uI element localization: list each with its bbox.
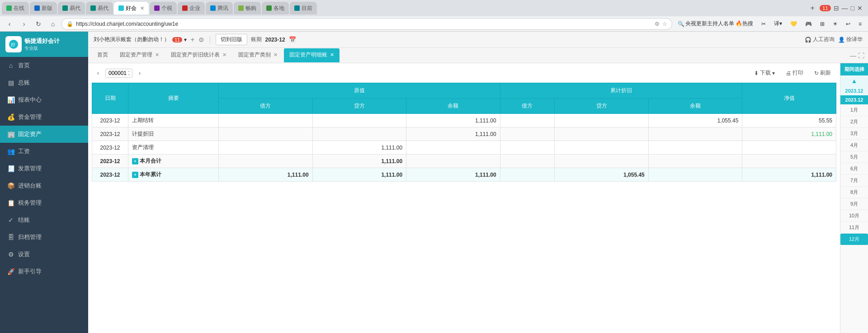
extensions-count[interactable]: 11 bbox=[820, 5, 830, 11]
period-month-8月[interactable]: 8月 bbox=[840, 187, 868, 198]
menu-btn[interactable]: ≡ bbox=[856, 20, 864, 28]
page-tab-fixed-assets-detail[interactable]: 固定资产明细账✕ bbox=[284, 48, 340, 62]
headset-icon: 🎧 bbox=[805, 37, 811, 43]
tab-strip-icon[interactable]: ⊟ bbox=[834, 5, 839, 12]
account-selector[interactable]: 刘小艳演示账套（勿删勿动！） 11 ▾ bbox=[94, 36, 187, 43]
support-btn[interactable]: 🎧 人工咨询 bbox=[805, 36, 835, 43]
period-month-5月[interactable]: 5月 bbox=[840, 151, 868, 163]
sidebar-item-home[interactable]: ⌂首页 bbox=[0, 57, 88, 74]
sidebar-item-settle[interactable]: ✓结账 bbox=[0, 211, 88, 229]
browser-tab-tab11[interactable]: 目前 bbox=[290, 2, 317, 14]
sidebar-item-invoice[interactable]: 🧾发票管理 bbox=[0, 160, 88, 177]
sidebar-item-guide[interactable]: 🚀新手引导 bbox=[0, 263, 88, 280]
close-window-button[interactable]: ✕ bbox=[857, 5, 863, 12]
settings-icon[interactable]: ⚙ bbox=[198, 36, 204, 43]
sidebar-item-fund[interactable]: 💰资金管理 bbox=[0, 108, 88, 126]
sidebar-item-stock[interactable]: 📦进销台账 bbox=[0, 177, 88, 194]
new-tab-button[interactable]: + bbox=[806, 2, 819, 14]
translate-btn[interactable]: 译▾ bbox=[771, 19, 785, 28]
bookmark-icon[interactable]: ☆ bbox=[662, 21, 667, 27]
download-btn[interactable]: ⬇ 下载 ▾ bbox=[750, 68, 778, 78]
calendar-icon[interactable]: 📅 bbox=[289, 36, 296, 43]
page-tab-fixed-assets-depreciation[interactable]: 固定资产折旧统计表✕ bbox=[165, 48, 232, 62]
sidebar-icon-ledger: ▤ bbox=[7, 79, 14, 86]
home-nav-button[interactable]: ⌂ bbox=[47, 18, 59, 30]
cell-accum-debit-0 bbox=[500, 114, 555, 127]
sidebar-item-tax[interactable]: 📋税务管理 bbox=[0, 194, 88, 211]
reload-button[interactable]: ↻ bbox=[33, 18, 44, 30]
print-btn[interactable]: 🖨 打印 bbox=[782, 68, 807, 78]
page-number-input[interactable] bbox=[105, 69, 132, 78]
add-account-btn[interactable]: + bbox=[190, 36, 194, 44]
brightness-btn[interactable]: ☀ bbox=[830, 20, 840, 28]
user-btn[interactable]: 👤 徐译华 bbox=[838, 36, 863, 43]
browser-tab-tab10[interactable]: 各地 bbox=[262, 2, 289, 14]
account-dropdown-icon[interactable]: ▾ bbox=[184, 37, 187, 43]
forward-button[interactable]: › bbox=[18, 18, 30, 30]
page-tab-home[interactable]: 首页 bbox=[92, 48, 113, 62]
period-month-6月[interactable]: 6月 bbox=[840, 163, 868, 175]
switch-version-btn[interactable]: 切到旧版 bbox=[216, 34, 247, 45]
period-scroll-up[interactable]: ▲ bbox=[840, 75, 868, 86]
sidebar-item-ledger[interactable]: ▤总账 bbox=[0, 74, 88, 91]
refresh-icon: ↻ bbox=[814, 70, 819, 76]
browser-tab-tab5[interactable]: 好会✕ bbox=[114, 2, 149, 14]
gamepad-btn[interactable]: 🎮 bbox=[802, 20, 815, 28]
th-original-debit: 借方 bbox=[219, 98, 313, 114]
period-month-2月[interactable]: 2月 bbox=[840, 116, 868, 128]
browser-tab-tab3[interactable]: 易代 bbox=[58, 2, 85, 14]
browser-tab-tab2[interactable]: 新版 bbox=[30, 2, 57, 14]
browser-tab-tab7[interactable]: 企业 bbox=[178, 2, 205, 14]
refresh-btn[interactable]: ↻ 刷新 bbox=[811, 68, 835, 78]
browser-tab-tab4[interactable]: 易代 bbox=[86, 2, 113, 14]
search-bar[interactable]: 🔍 央视更新主持人名单 🔥热搜 bbox=[675, 19, 756, 28]
wallet-btn[interactable]: 💛 bbox=[788, 20, 800, 28]
prev-page-btn[interactable]: ‹ bbox=[94, 69, 103, 78]
sidebar-item-archive[interactable]: 🗄归档管理 bbox=[0, 229, 88, 246]
minimize-panel-btn[interactable]: — bbox=[850, 52, 856, 59]
maximize-button[interactable]: □ bbox=[851, 5, 854, 12]
period-month-1月[interactable]: 1月 bbox=[840, 104, 868, 116]
table-row: 2023-12 计提折旧 1,111.00 1,111.00 bbox=[92, 127, 836, 141]
row-icon: + bbox=[132, 158, 138, 164]
th-original-value: 原值 bbox=[219, 83, 500, 98]
address-box[interactable]: 🔒 https://cloud.chanjet.com/accounting/u… bbox=[61, 18, 672, 30]
sidebar-item-salary[interactable]: 👥工资 bbox=[0, 143, 88, 160]
th-date: 日期 bbox=[92, 83, 128, 114]
period-month-3月[interactable]: 3月 bbox=[840, 128, 868, 140]
page-tab-close-fixed-assets-detail[interactable]: ✕ bbox=[330, 52, 334, 58]
back-button[interactable]: ‹ bbox=[4, 18, 15, 30]
cell-accum-balance-0: 1,055.45 bbox=[648, 114, 742, 127]
page-tab-fixed-assets-category[interactable]: 固定资产类别✕ bbox=[233, 48, 283, 62]
grid-btn[interactable]: ⊞ bbox=[817, 20, 827, 28]
period-month-9月[interactable]: 9月 bbox=[840, 198, 868, 210]
period-month-10月[interactable]: 10月 bbox=[840, 210, 868, 222]
browser-tab-tab8[interactable]: 腾讯 bbox=[206, 2, 233, 14]
undo-btn[interactable]: ↩ bbox=[843, 20, 853, 28]
period-month-7月[interactable]: 7月 bbox=[840, 175, 868, 187]
site-info-icon[interactable]: ⚙ bbox=[655, 21, 660, 27]
page-tab-close-fixed-assets-depreciation[interactable]: ✕ bbox=[222, 52, 226, 58]
period-month-11月[interactable]: 11月 bbox=[840, 222, 868, 234]
user-icon: 👤 bbox=[838, 37, 845, 43]
sidebar-item-fixed-assets[interactable]: 🏢固定资产 bbox=[0, 126, 88, 143]
period-month-12月[interactable]: 12月 bbox=[840, 234, 868, 245]
browser-tab-tab6[interactable]: 个税 bbox=[150, 2, 177, 14]
sidebar-item-settings[interactable]: ⚙设置 bbox=[0, 246, 88, 263]
minimize-button[interactable]: — bbox=[842, 5, 848, 12]
sidebar-icon-report: 📊 bbox=[7, 96, 14, 103]
page-tab-fixed-assets-mgmt[interactable]: 固定资产管理✕ bbox=[114, 48, 165, 62]
tab-bar: 在线新版易代易代好会✕个税企业腾讯畅购各地目前 + 11 ⊟ — □ ✕ bbox=[0, 0, 868, 16]
browser-tab-tab9[interactable]: 畅购 bbox=[234, 2, 261, 14]
next-page-btn[interactable]: › bbox=[135, 69, 144, 78]
sidebar-item-report[interactable]: 📊报表中心 bbox=[0, 91, 88, 108]
cell-net-value-4: 1,111.00 bbox=[742, 168, 836, 182]
period-month-4月[interactable]: 4月 bbox=[840, 140, 868, 151]
scissors-btn[interactable]: ✂ bbox=[759, 20, 769, 28]
toolbar-right: 🔍 央视更新主持人名单 🔥热搜 ✂ 译▾ 💛 🎮 ⊞ ☀ ↩ ≡ bbox=[675, 19, 864, 28]
page-tab-close-fixed-assets-category[interactable]: ✕ bbox=[274, 52, 278, 58]
cell-net-value-1: 1,111.00 bbox=[742, 127, 836, 141]
expand-panel-btn[interactable]: ⛶ bbox=[858, 52, 864, 59]
browser-tab-tab1[interactable]: 在线 bbox=[2, 2, 29, 14]
page-tab-close-fixed-assets-mgmt[interactable]: ✕ bbox=[155, 52, 159, 58]
